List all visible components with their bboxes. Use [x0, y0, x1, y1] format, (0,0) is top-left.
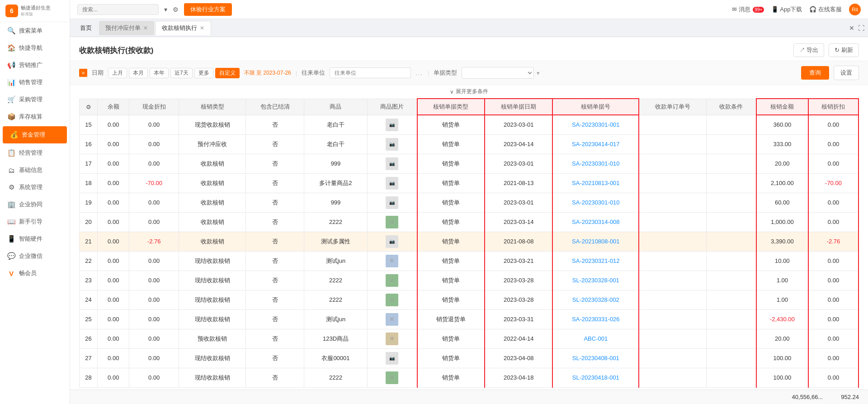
row-balance: 0.00	[98, 290, 129, 309]
sidebar-item-smart-hardware[interactable]: 📱 智能硬件	[0, 230, 70, 247]
sidebar-item-guide[interactable]: 📖 新手引导	[0, 213, 70, 230]
export-button[interactable]: ↗ 导出	[793, 43, 825, 57]
app-download-link[interactable]: 📱 App下载	[771, 5, 802, 14]
row-verify-no[interactable]: SL-20230408-001	[552, 348, 639, 368]
last-7days-btn[interactable]: 近7天	[170, 68, 193, 78]
row-verify-no[interactable]: SA-20230301-010	[552, 154, 639, 173]
row-verify-no[interactable]: SA-20230314-008	[552, 212, 639, 232]
row-include-settled: 否	[246, 193, 304, 212]
row-verify-no[interactable]: SL-20230418-001	[552, 368, 639, 387]
settings-button[interactable]: 设置	[834, 66, 859, 80]
query-button[interactable]: 查询	[801, 66, 829, 80]
verify-no-link[interactable]: SA-20210808-001	[572, 238, 620, 245]
filter-expand-icon[interactable]: »	[79, 69, 87, 77]
row-verify-no[interactable]: SL-20230328-001	[552, 271, 639, 290]
this-year-btn[interactable]: 本年	[150, 68, 169, 78]
online-service-link[interactable]: 🎧 在线客服	[809, 5, 842, 14]
verify-no-link[interactable]: SA-20230321-012	[572, 257, 620, 264]
sidebar-item-inventory[interactable]: 📦 库存核算	[0, 108, 70, 125]
sidebar-item-finance[interactable]: 💰 资金管理	[3, 126, 67, 143]
col-product-img: 商品图片	[367, 99, 417, 115]
home-icon: 🏠	[7, 44, 15, 52]
sidebar-item-search[interactable]: 🔍 搜索菜单	[0, 22, 70, 39]
row-verify-date: 2023-03-31	[485, 309, 552, 329]
search-input[interactable]	[77, 4, 159, 15]
sidebar-item-member[interactable]: V 畅会员	[0, 265, 70, 282]
tab-collection-close[interactable]: ✕	[200, 25, 204, 31]
more-date-btn[interactable]: 更多	[194, 68, 213, 78]
verify-no-link[interactable]: SA-20230314-008	[572, 219, 620, 225]
verify-no-link[interactable]: SA-20230331-026	[572, 316, 620, 323]
last-month-btn[interactable]: 上月	[108, 68, 127, 78]
verify-no-link[interactable]: SA-20230301-001	[572, 121, 620, 128]
row-verify-date: 2023-03-14	[485, 212, 552, 232]
tab-prepay[interactable]: 预付冲应付单 ✕	[99, 21, 154, 35]
row-verify-amount: 100.00	[756, 348, 808, 368]
row-collection-condition	[707, 290, 756, 309]
row-verify-no[interactable]: SL-20230328-002	[552, 290, 639, 309]
verify-no-link[interactable]: SA-20230414-017	[572, 141, 620, 147]
sidebar-item-enterprise[interactable]: 🏢 企业协同	[0, 196, 70, 213]
voucher-type-select[interactable]	[462, 67, 534, 79]
row-product-img: 品	[367, 271, 417, 290]
window-close-icon[interactable]: ✕	[849, 24, 854, 32]
partner-input[interactable]	[330, 67, 411, 78]
row-product-img: 📷	[367, 154, 417, 173]
verify-no-link[interactable]: SA-20230301-010	[572, 160, 620, 167]
chevron-down-icon[interactable]: ▾	[164, 6, 167, 13]
tab-collection[interactable]: 收款核销执行 ✕	[155, 21, 211, 35]
row-verify-no[interactable]: SA-20210813-001	[552, 173, 639, 193]
row-verify-no[interactable]: ABC-001	[552, 329, 639, 348]
sidebar-item-purchase[interactable]: 🛒 采购管理	[0, 91, 70, 108]
page-header: 收款核销执行(按收款) ↗ 导出 ↻ 刷新	[70, 37, 868, 61]
sidebar-item-wechat[interactable]: 💬 企业微信	[0, 247, 70, 265]
this-month-btn[interactable]: 本月	[129, 68, 148, 78]
row-include-settled: 否	[246, 115, 304, 134]
sidebar-item-quick-nav[interactable]: 🏠 快捷导航	[0, 39, 70, 57]
row-verify-no[interactable]: SA-20210808-001	[552, 232, 639, 251]
row-balance: 0.00	[98, 309, 129, 329]
row-product-img: 📷	[367, 134, 417, 154]
row-verify-type: 现结收款核销	[179, 348, 245, 368]
user-avatar[interactable]: Rit	[849, 4, 861, 15]
verify-no-link[interactable]: SA-20210813-001	[572, 180, 620, 186]
column-settings-icon[interactable]: ⚙	[86, 104, 91, 110]
expand-conditions-button[interactable]: ∨ 展开更多条件	[450, 88, 488, 95]
row-verify-no[interactable]: SA-20230321-012	[552, 251, 639, 271]
verify-no-link[interactable]: SL-20230328-001	[572, 277, 619, 284]
row-verify-no[interactable]: SA-20230331-026	[552, 309, 639, 329]
row-verify-no[interactable]: SA-20230301-001	[552, 115, 639, 134]
row-verify-no[interactable]: SA-20230414-017	[552, 134, 639, 154]
row-verify-type: 现结收款核销	[179, 368, 245, 387]
sidebar-item-marketing[interactable]: 📢 营销推广	[0, 57, 70, 74]
expand-bar: ∨ 展开更多条件	[70, 85, 868, 98]
sidebar-item-system[interactable]: ⚙ 系统管理	[0, 179, 70, 196]
tab-prepay-close[interactable]: ✕	[143, 25, 148, 31]
verify-no-link[interactable]: SL-20230418-001	[572, 374, 619, 381]
col-settings[interactable]: ⚙	[80, 99, 98, 115]
row-verify-no[interactable]: SA-20230301-010	[552, 193, 639, 212]
row-product: 999	[304, 193, 368, 212]
messages-link[interactable]: ✉ 消息 99+	[732, 5, 764, 14]
sidebar-item-sales[interactable]: 📊 销售管理	[0, 74, 70, 91]
row-collection-condition	[707, 329, 756, 348]
row-verify-discount: 0.00	[808, 154, 859, 173]
verify-no-link[interactable]: ABC-001	[584, 335, 608, 342]
industry-solution-button[interactable]: 休验行业方案	[184, 3, 232, 16]
custom-date-btn[interactable]: 自定义	[215, 68, 240, 78]
verify-no-link[interactable]: SL-20230408-001	[572, 355, 619, 361]
fullscreen-icon[interactable]: ⛶	[858, 24, 864, 32]
tab-home[interactable]: 首页	[74, 21, 98, 35]
gear-settings-icon[interactable]: ⚙	[173, 6, 179, 13]
sidebar-item-label: 系统管理	[19, 183, 42, 191]
row-verify-type: 收款核销	[179, 154, 245, 173]
refresh-button[interactable]: ↻ 刷新	[829, 43, 859, 57]
table-container: ⚙ 余额 现金折扣 核销类型 包含已结清 商品 商品图片 核销单据类型 核销单据…	[70, 98, 868, 390]
verify-no-link[interactable]: SA-20230301-010	[572, 199, 620, 206]
verify-no-link[interactable]: SL-20230328-002	[572, 296, 619, 303]
sidebar-item-operations[interactable]: 📋 经营管理	[0, 144, 70, 162]
row-collection-condition	[707, 232, 756, 251]
row-include-settled: 否	[246, 154, 304, 173]
sidebar-item-basic-info[interactable]: 🗂 基础信息	[0, 162, 70, 179]
row-verify-discount: 0.00	[808, 251, 859, 271]
